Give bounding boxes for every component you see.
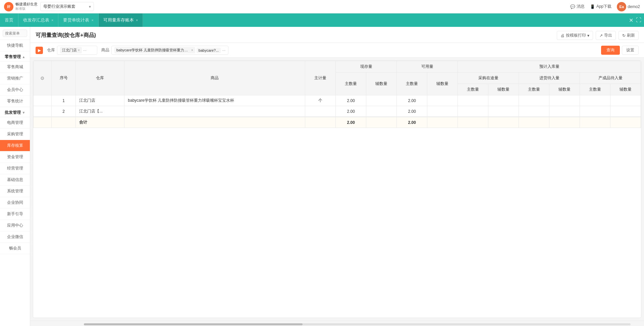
product-input[interactable]: babycare学饮杯 儿童防摔防撞吸管杯重力球吸嘴杯宝宝水杯 × babyca… xyxy=(111,46,228,55)
cell-avail-main: 2.00 xyxy=(397,106,427,117)
download-btn[interactable]: 📱 App下载 xyxy=(590,4,611,9)
company-selector[interactable]: 母婴行业演示账套 ▾ xyxy=(40,2,94,11)
table-row: 2 江北门店【... 2.00 2.00 xyxy=(34,106,641,117)
tab-goods-close[interactable]: × xyxy=(91,18,93,22)
filter-actions: 查询 设置 xyxy=(601,46,639,55)
message-btn[interactable]: 💬 消息 xyxy=(570,4,585,9)
sidebar-item-app-center[interactable]: 应用中心 xyxy=(0,220,30,231)
cell-purchase-aux xyxy=(488,106,519,117)
product-tag-remove[interactable]: × xyxy=(191,48,193,52)
footer-purchase-main xyxy=(458,117,488,128)
footer-stock-main: 2.00 xyxy=(336,117,366,128)
sidebar-item-quick-nav-label: 快捷导航 xyxy=(7,43,23,48)
sidebar-item-system-label: 系统管理 xyxy=(7,189,23,193)
sidebar-item-retail-mall[interactable]: 零售商城 xyxy=(0,61,30,73)
user-btn[interactable]: Ea demo2 xyxy=(617,2,640,11)
cell-empty xyxy=(34,106,52,117)
sidebar-item-retail-stat[interactable]: 零售统计 xyxy=(0,96,30,107)
cell-avail-main: 2.00 xyxy=(397,95,427,106)
sidebar-item-base[interactable]: 基础信息 xyxy=(0,174,30,186)
footer-prod-main xyxy=(580,117,610,128)
download-icon: 📱 xyxy=(590,4,595,9)
product-more-btn[interactable]: ··· xyxy=(222,48,225,53)
cell-warehouse: 江北门店 xyxy=(76,95,124,106)
th-current-stock: 现存量 xyxy=(336,61,397,73)
tab-receive[interactable]: 收发存汇总表 × xyxy=(18,13,58,27)
warehouse-filter: 仓库 江北门店 × ··· xyxy=(47,46,97,55)
tab-inventory-label: 可用量库存账本 xyxy=(103,17,134,23)
cell-product: babycare学饮杯 儿童防摔防撞吸管杯重力球吸嘴杯宝宝水杯 xyxy=(124,95,305,106)
sidebar-item-system[interactable]: 系统管理 xyxy=(0,186,30,197)
export-icon: ↗ xyxy=(599,33,603,38)
settings-icon[interactable]: ⚙ xyxy=(40,76,45,81)
sidebar-item-enterprise[interactable]: 企业协同 xyxy=(0,197,30,208)
refresh-btn[interactable]: ↻ 刷新 xyxy=(619,31,639,40)
query-btn[interactable]: 查询 xyxy=(601,46,620,55)
th-inbound-pending: 进货待入量 xyxy=(519,73,580,84)
sidebar-item-purchase[interactable]: 采购管理 xyxy=(0,129,30,140)
tab-inventory-close[interactable]: × xyxy=(136,18,138,22)
warehouse-input[interactable]: 江北门店 × ··· xyxy=(57,46,97,55)
th-avail-aux: 辅数量 xyxy=(427,73,458,95)
page-header: 可用量查询(按仓库+商品) 🖨 按模板打印 ▾ ↗ 导出 ↻ 刷新 xyxy=(30,27,644,43)
footer-no-cell xyxy=(52,117,76,128)
sidebar-group-wholesale-label: 批发管理 xyxy=(5,110,21,115)
export-btn[interactable]: ↗ 导出 xyxy=(596,31,616,40)
tab-actions: ✕ ⛶ xyxy=(626,17,644,24)
sidebar-item-quick-nav[interactable]: 快捷导航 xyxy=(0,40,30,51)
th-warehouse: 仓库 xyxy=(76,61,124,95)
filter-bar: ▶ 仓库 江北门店 × ··· 商品 babycare学饮杯 儿童防摔防撞吸管杯… xyxy=(30,43,644,58)
sidebar-item-wechat-label: 企业微信 xyxy=(7,234,23,239)
tab-home[interactable]: 首页 xyxy=(0,13,18,27)
cell-stock-aux xyxy=(366,95,397,106)
sidebar-item-vip[interactable]: 畅会员 xyxy=(0,243,30,254)
footer-inbound-aux xyxy=(549,117,580,128)
footer-avail-main: 2.00 xyxy=(397,117,427,128)
cell-no: 2 xyxy=(52,106,76,117)
sidebar-item-newbie[interactable]: 新手引导 xyxy=(0,208,30,220)
cell-avail-aux xyxy=(427,95,458,106)
message-icon: 💬 xyxy=(570,4,575,9)
tab-expand-icon[interactable]: ⛶ xyxy=(636,17,641,23)
template-print-btn[interactable]: 🖨 按模板打印 ▾ xyxy=(557,31,593,40)
sidebar-item-operations[interactable]: 经营管理 xyxy=(0,163,30,174)
tab-receive-label: 收发存汇总表 xyxy=(23,17,49,23)
sidebar-item-member-label: 会员中心 xyxy=(7,87,23,92)
chevron-down-icon: ▾ xyxy=(587,33,589,38)
sidebar-item-inventory[interactable]: 库存核算 xyxy=(0,140,30,151)
cell-purchase-main xyxy=(458,95,488,106)
sidebar-search-input[interactable] xyxy=(3,30,27,37)
warehouse-tag-remove[interactable]: × xyxy=(78,48,80,52)
cell-prod-main xyxy=(580,95,610,106)
table-row: 1 江北门店 babycare学饮杯 儿童防摔防撞吸管杯重力球吸嘴杯宝宝水杯 个… xyxy=(34,95,641,106)
sidebar-item-wechat[interactable]: 企业微信 xyxy=(0,231,30,243)
scrollbar-track xyxy=(84,323,631,325)
horizontal-scrollbar[interactable] xyxy=(30,321,644,326)
scrollbar-thumb[interactable] xyxy=(84,323,303,325)
data-table: ⚙ 序号 仓库 商品 主计量 现存量 可用量 预计入库量 主数量 辅数量 主数量 xyxy=(33,61,641,128)
sidebar-item-finance[interactable]: 资金管理 xyxy=(0,151,30,163)
warehouse-more[interactable]: ··· xyxy=(83,48,87,53)
sidebar-item-marketing[interactable]: 营销推广 xyxy=(0,73,30,84)
sidebar-item-ecommerce[interactable]: 电商管理 xyxy=(0,117,30,129)
top-bar-right: 💬 消息 📱 App下载 Ea demo2 xyxy=(570,2,640,11)
th-prod-aux: 辅数量 xyxy=(610,84,641,95)
sidebar-item-finance-label: 资金管理 xyxy=(7,154,23,159)
setting-btn[interactable]: 设置 xyxy=(622,46,639,55)
tab-inventory[interactable]: 可用量库存账本 × xyxy=(99,13,143,27)
tab-goods[interactable]: 要货单统计表 × xyxy=(58,13,98,27)
cell-inbound-main xyxy=(519,95,549,106)
logo-sub: 标准版 xyxy=(15,6,38,11)
sidebar-group-wholesale[interactable]: 批发管理 ▼ xyxy=(0,107,30,117)
header-actions: 🖨 按模板打印 ▾ ↗ 导出 ↻ 刷新 xyxy=(557,31,639,40)
tab-receive-close[interactable]: × xyxy=(51,18,53,22)
content-area: 可用量查询(按仓库+商品) 🖨 按模板打印 ▾ ↗ 导出 ↻ 刷新 ▶ xyxy=(30,27,644,326)
sidebar-item-member[interactable]: 会员中心 xyxy=(0,84,30,96)
cell-inbound-main xyxy=(519,106,549,117)
sidebar-group-retail[interactable]: 零售管理 ▲ xyxy=(0,51,30,61)
tab-close-all-icon[interactable]: ✕ xyxy=(629,17,633,24)
filter-expand-btn[interactable]: ▶ xyxy=(36,47,43,54)
top-bar-left: 好 畅捷通好生意 标准版 母婴行业演示账套 ▾ xyxy=(4,2,94,11)
logo-text-block: 畅捷通好生意 标准版 xyxy=(15,2,38,11)
product-tag2-value: babycare?... xyxy=(199,48,219,52)
